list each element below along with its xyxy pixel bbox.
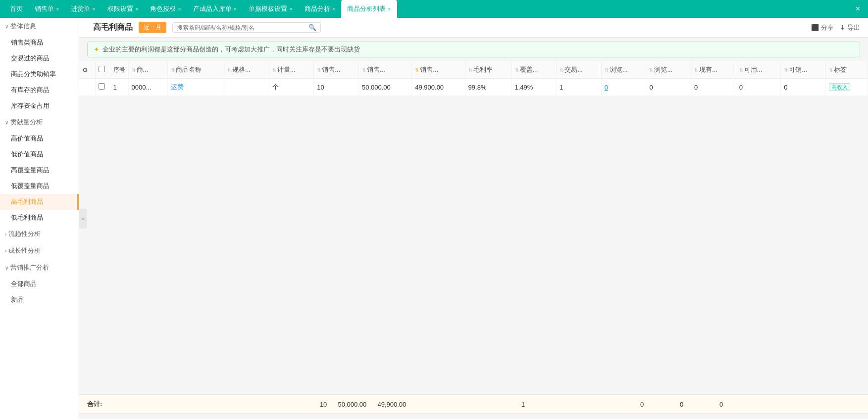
sidebar-item-stock-capital[interactable]: 库存资金占用 xyxy=(0,98,79,114)
chevron-down-icon: ∨ xyxy=(5,265,8,271)
close-icon[interactable]: × xyxy=(56,0,59,18)
cell-sales-amount: 50,000.00 xyxy=(358,79,411,96)
cell-spec xyxy=(224,79,269,96)
tab-role-auth[interactable]: 角色授权 × xyxy=(144,0,187,18)
sidebar-group-trend[interactable]: › 流趋性分析 xyxy=(0,226,79,242)
data-table: ⚙ 序号 ⇅商... ⇅商品名称 ⇅规格... xyxy=(79,61,868,96)
col-settings[interactable]: ⚙ xyxy=(79,61,95,79)
footer-sales-cost: 49,900.00 xyxy=(369,401,409,408)
sidebar-item-traded-goods[interactable]: 交易过的商品 xyxy=(0,50,79,66)
sidebar-item-sales-goods[interactable]: 销售类商品 xyxy=(0,35,79,50)
sidebar-item-low-value[interactable]: 低价值商品 xyxy=(0,146,79,162)
cell-sales-qty: 10 xyxy=(314,79,359,96)
sidebar-group-overall[interactable]: ∨ 整体信息 xyxy=(0,18,79,35)
horizontal-scrollbar[interactable] xyxy=(79,413,868,419)
sidebar-item-high-coverage[interactable]: 高覆盖量商品 xyxy=(0,162,79,178)
row-checkbox[interactable] xyxy=(99,83,105,90)
footer-current-stock: 0 xyxy=(607,401,647,408)
close-icon[interactable]: × xyxy=(135,0,138,18)
footer-sales-amount: 50,000.00 xyxy=(330,401,369,408)
close-icon[interactable]: × xyxy=(92,0,95,18)
content-header: 高毛利商品 近一月 🔍 ⬛ 分享 ⬇ 导出 xyxy=(79,18,868,38)
sidebar-item-all-goods[interactable]: 全部商品 xyxy=(0,276,79,292)
col-spec: ⇅规格... xyxy=(224,61,269,79)
cell-saleable: 0 xyxy=(781,79,826,96)
tab-product-analysis[interactable]: 商品分析 × xyxy=(299,0,341,18)
tab-product-analysis-list[interactable]: 商品分析列表 × xyxy=(341,0,397,18)
chevron-down-icon: ∨ xyxy=(5,24,8,29)
tab-template-setting[interactable]: 单据模板设置 × xyxy=(243,0,298,18)
sidebar-item-high-value[interactable]: 高价值商品 xyxy=(0,131,79,146)
close-icon[interactable]: × xyxy=(289,0,292,18)
tab-permission[interactable]: 权限设置 × xyxy=(102,0,144,18)
cell-available: 0 xyxy=(736,79,781,96)
select-all-checkbox[interactable] xyxy=(99,66,105,72)
sidebar-item-low-margin[interactable]: 低毛利商品 xyxy=(0,210,79,226)
col-tag: ⇅标签 xyxy=(825,61,868,79)
cell-coverage: 1.49% xyxy=(511,79,557,96)
content-area: « 高毛利商品 近一月 🔍 ⬛ 分享 ⬇ 导出 ✦ xyxy=(79,18,868,419)
sidebar-item-low-coverage[interactable]: 低覆盖量商品 xyxy=(0,178,79,194)
top-nav: 首页 销售单 × 进货单 × 权限设置 × 角色授权 × 产成品入库单 × 单据… xyxy=(0,0,868,18)
close-icon[interactable]: × xyxy=(234,0,237,18)
cell-name[interactable]: 运费 xyxy=(168,79,224,96)
col-index: 序号 xyxy=(110,61,128,79)
cell-trade: 1 xyxy=(557,79,602,96)
col-trade: ⇅交易... xyxy=(557,61,602,79)
cell-code: 0000... xyxy=(128,79,168,96)
cell-browse2: 0 xyxy=(646,79,691,96)
footer-margin xyxy=(409,401,449,408)
col-gross-margin: ⇅毛利率 xyxy=(465,61,511,79)
close-icon[interactable]: × xyxy=(332,0,335,18)
footer-coverage xyxy=(449,401,488,408)
chevron-right-icon: › xyxy=(5,232,6,237)
sidebar-collapse-button[interactable]: « xyxy=(79,209,87,229)
page-title: 高毛利商品 xyxy=(93,22,133,33)
search-box: 🔍 xyxy=(172,22,321,33)
col-code: ⇅商... xyxy=(128,61,168,79)
sidebar-group-growth[interactable]: › 成长性分析 xyxy=(0,242,79,259)
table-row: 1 0000... 运费 个 xyxy=(79,79,868,96)
sidebar-item-in-stock[interactable]: 有库存的商品 xyxy=(0,82,79,98)
share-button[interactable]: ⬛ 分享 xyxy=(811,23,834,32)
sidebar-group-contribution[interactable]: ∨ 贡献量分析 xyxy=(0,114,79,131)
col-browse1: ⇅浏览... xyxy=(601,61,646,79)
sidebar-item-new-products[interactable]: 新品 xyxy=(0,292,79,308)
footer-browse2 xyxy=(567,401,607,408)
footer-saleable: 0 xyxy=(686,401,726,408)
filter-recent-month-button[interactable]: 近一月 xyxy=(139,22,166,33)
tab-purchase-order[interactable]: 进货单 × xyxy=(65,0,101,18)
tab-sales-order[interactable]: 销售单 × xyxy=(29,0,65,18)
cell-sales-cost: 49,900.00 xyxy=(412,79,465,96)
cell-current-stock: 0 xyxy=(691,79,736,96)
sidebar-item-category-assist[interactable]: 商品分类助销率 xyxy=(0,66,79,82)
cell-tag: 高收入 xyxy=(825,79,868,96)
footer-browse1 xyxy=(528,401,567,408)
tab-home[interactable]: 首页 xyxy=(4,0,29,18)
chevron-down-icon: ∨ xyxy=(5,120,8,125)
col-current-stock: ⇅现有... xyxy=(691,61,736,79)
footer-available: 0 xyxy=(647,401,686,408)
footer-total-row: 合计: 10 50,000.00 49,900.00 1 xyxy=(79,394,868,413)
col-available: ⇅可用... xyxy=(736,61,781,79)
search-input[interactable] xyxy=(177,24,308,31)
export-button[interactable]: ⬇ 导出 xyxy=(840,23,860,32)
col-sales-cost: ⇅销售... xyxy=(412,61,465,79)
sidebar-item-high-margin[interactable]: 高毛利商品 xyxy=(0,194,79,210)
sidebar-group-marketing[interactable]: ∨ 营销推广分析 xyxy=(0,259,79,276)
cell-unit: 个 xyxy=(269,79,314,96)
sidebar: ∨ 整体信息 销售类商品 交易过的商品 商品分类助销率 有库存的商品 库存资金占… xyxy=(0,18,79,419)
close-icon[interactable]: × xyxy=(388,0,391,18)
tab-product-inbound[interactable]: 产成品入库单 × xyxy=(187,0,243,18)
search-icon[interactable]: 🔍 xyxy=(308,24,316,31)
info-banner: ✦ 企业的主要的利润都是这部分商品创造的，可考虑加大推广，同时关注库存是不要出现… xyxy=(87,42,860,57)
table-header-row: ⚙ 序号 ⇅商... ⇅商品名称 ⇅规格... xyxy=(79,61,868,79)
cell-browse1: 0 xyxy=(601,79,646,96)
settings-icon[interactable]: ⚙ xyxy=(82,66,88,74)
window-close-button[interactable]: × xyxy=(852,4,864,13)
col-name: ⇅商品名称 xyxy=(168,61,224,79)
col-unit: ⇅计量... xyxy=(269,61,314,79)
cell-index: 1 xyxy=(110,79,128,96)
close-icon[interactable]: × xyxy=(178,0,181,18)
chevron-right-icon: › xyxy=(5,248,6,254)
